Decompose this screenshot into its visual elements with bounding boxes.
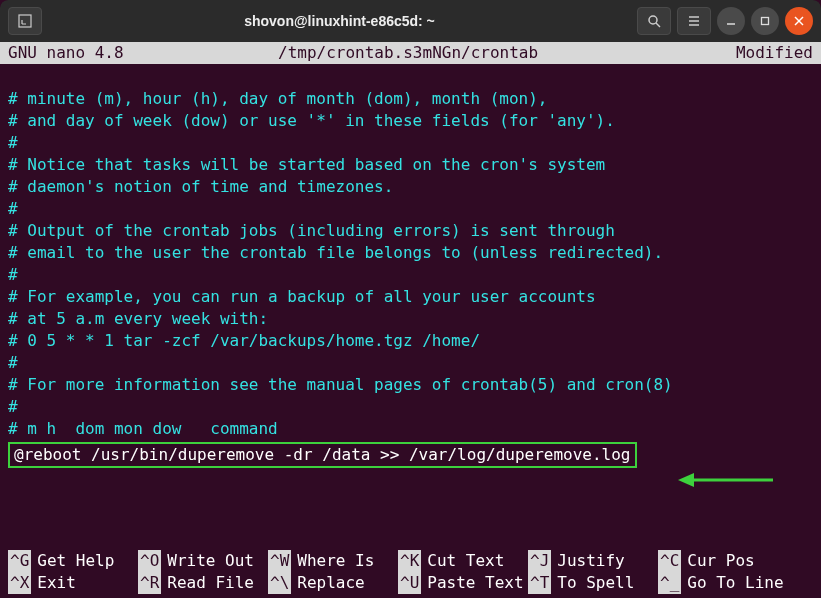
nano-version: GNU nano 4.8 — [8, 44, 278, 62]
close-button[interactable] — [785, 7, 813, 35]
shortcut-justify[interactable]: ^JJustify — [528, 550, 658, 572]
editor-line: # m h dom mon dow command — [8, 419, 278, 438]
shortcut-paste-text[interactable]: ^UPaste Text — [398, 572, 528, 594]
editor-line: # — [8, 397, 18, 416]
editor-line: # — [8, 353, 18, 372]
editor-line: # Notice that tasks will be started base… — [8, 155, 605, 174]
search-icon — [647, 14, 661, 28]
editor-line: # — [8, 199, 18, 218]
nano-status: Modified — [723, 44, 813, 62]
editor-line: # and day of week (dow) or use '*' in th… — [8, 111, 615, 130]
annotation-arrow-icon — [678, 470, 778, 490]
svg-line-4 — [656, 23, 660, 27]
window-titlebar: shovon@linuxhint-e86c5d: ~ — [0, 0, 821, 42]
editor-line: # For more information see the manual pa… — [8, 375, 673, 394]
shortcut-exit[interactable]: ^XExit — [8, 572, 138, 594]
svg-rect-9 — [762, 18, 769, 25]
editor-line: # For example, you can run a backup of a… — [8, 287, 596, 306]
nano-filename: /tmp/crontab.s3mNGn/crontab — [278, 44, 723, 62]
svg-marker-13 — [678, 473, 694, 487]
svg-rect-0 — [19, 15, 31, 27]
nano-header-bar: GNU nano 4.8 /tmp/crontab.s3mNGn/crontab… — [0, 42, 821, 64]
editor-line: # Output of the crontab jobs (including … — [8, 221, 615, 240]
shortcut-row: ^XExit ^RRead File ^\Replace ^UPaste Tex… — [8, 572, 813, 594]
new-tab-button[interactable] — [8, 7, 42, 35]
shortcut-cut-text[interactable]: ^KCut Text — [398, 550, 528, 572]
editor-line: # daemon's notion of time and timezones. — [8, 177, 393, 196]
shortcut-go-to-line[interactable]: ^_Go To Line — [658, 572, 788, 594]
cron-entry-highlighted: @reboot /usr/bin/duperemove -dr /data >>… — [8, 442, 637, 468]
hamburger-icon — [687, 14, 701, 28]
close-icon — [794, 16, 804, 26]
nano-shortcuts: ^GGet Help ^OWrite Out ^WWhere Is ^KCut … — [8, 550, 813, 594]
maximize-icon — [760, 16, 770, 26]
svg-point-3 — [649, 16, 657, 24]
shortcut-where-is[interactable]: ^WWhere Is — [268, 550, 398, 572]
shortcut-row: ^GGet Help ^OWrite Out ^WWhere Is ^KCut … — [8, 550, 813, 572]
editor-line: # — [8, 265, 18, 284]
search-button[interactable] — [637, 7, 671, 35]
editor-line: # minute (m), hour (h), day of month (do… — [8, 89, 547, 108]
editor-line: # at 5 a.m every week with: — [8, 309, 268, 328]
shortcut-read-file[interactable]: ^RRead File — [138, 572, 268, 594]
menu-button[interactable] — [677, 7, 711, 35]
editor-line: # email to the user the crontab file bel… — [8, 243, 663, 262]
window-title: shovon@linuxhint-e86c5d: ~ — [48, 13, 631, 29]
shortcut-write-out[interactable]: ^OWrite Out — [138, 550, 268, 572]
shortcut-get-help[interactable]: ^GGet Help — [8, 550, 138, 572]
minimize-button[interactable] — [717, 7, 745, 35]
maximize-button[interactable] — [751, 7, 779, 35]
minimize-icon — [726, 16, 736, 26]
editor-line: # — [8, 133, 18, 152]
editor-line: # 0 5 * * 1 tar -zcf /var/backups/home.t… — [8, 331, 480, 350]
editor-content[interactable]: # minute (m), hour (h), day of month (do… — [0, 64, 821, 492]
terminal-area[interactable]: GNU nano 4.8 /tmp/crontab.s3mNGn/crontab… — [0, 42, 821, 598]
shortcut-cur-pos[interactable]: ^CCur Pos — [658, 550, 788, 572]
shortcut-to-spell[interactable]: ^TTo Spell — [528, 572, 658, 594]
shortcut-replace[interactable]: ^\Replace — [268, 572, 398, 594]
